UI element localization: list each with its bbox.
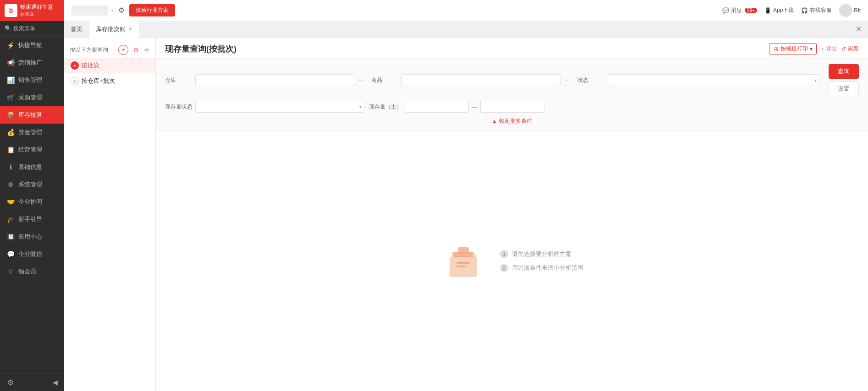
sidebar-item-purchase[interactable]: 🛒 采购管理 bbox=[0, 89, 64, 106]
stock-quantity-max-input[interactable] bbox=[480, 101, 544, 113]
breadcrumb: ▾ bbox=[71, 5, 114, 16]
sidebar-item-quick-nav[interactable]: ⚡ 快捷导航 bbox=[0, 37, 64, 54]
empty-tip-1: 1 请先选择要分析的方案 bbox=[500, 250, 583, 258]
sidebar-item-finance[interactable]: 💰 资金管理 bbox=[0, 124, 64, 141]
sidebar-item-marketing[interactable]: 📢 营销推广 bbox=[0, 54, 64, 71]
goods-input[interactable] bbox=[401, 74, 560, 86]
scheme-label: 按仓库+批次 bbox=[82, 77, 115, 85]
sidebar-item-label: 应用中心 bbox=[18, 233, 42, 241]
sidebar-item-new-guide[interactable]: 🎓 新手引导 bbox=[0, 211, 64, 228]
sidebar-menu: ⚡ 快捷导航 📢 营销推广 📊 销售管理 🛒 采购管理 📦 库存核算 💰 资金管… bbox=[0, 37, 64, 373]
sidebar-item-label: 畅会员 bbox=[18, 267, 36, 276]
page-header-actions: 🖨 按模板打印 ▾ ↑ 导出 ↺ 刷新 bbox=[769, 43, 859, 54]
settings-icon[interactable]: ⚙ bbox=[118, 6, 125, 15]
empty-state: 1 请先选择要分析的方案 2 用过滤条件来缩小分析范围 bbox=[156, 131, 868, 391]
svg-point-6 bbox=[451, 252, 455, 256]
tab-bar-close-btn[interactable]: ✕ bbox=[849, 25, 868, 33]
sidebar-item-app-center[interactable]: 🔲 应用中心 bbox=[0, 228, 64, 245]
tab-close-icon[interactable]: ✕ bbox=[128, 26, 132, 32]
refresh-label: 刷新 bbox=[848, 45, 859, 53]
sidebar-item-inventory[interactable]: 📦 库存核算 bbox=[0, 106, 64, 124]
print-btn[interactable]: 🖨 按模板打印 ▾ bbox=[769, 43, 817, 54]
topbar: ▾ ⚙ 体验行业方案 💬 消息 99+ 📱 App下载 🎧 在线客服 Rit bbox=[64, 0, 868, 21]
collapse-panel-btn[interactable]: ≪ bbox=[144, 47, 150, 53]
online-service-label: 在线客服 bbox=[810, 6, 832, 14]
experience-btn[interactable]: 体验行业方案 bbox=[129, 4, 175, 16]
topbar-actions: 💬 消息 99+ 📱 App下载 🎧 在线客服 Rit bbox=[722, 4, 861, 17]
settings-btn[interactable]: 设置 bbox=[829, 81, 859, 96]
tab-bar: 首页 库存批次账 ✕ ✕ bbox=[64, 21, 868, 38]
phone-icon: 📱 bbox=[764, 7, 771, 14]
stock-quantity-min-input[interactable] bbox=[405, 101, 469, 113]
goods-dots[interactable]: ··· bbox=[563, 76, 573, 84]
warehouse-dots[interactable]: ··· bbox=[357, 76, 367, 84]
page-title: 现存量查询(按批次) bbox=[165, 43, 236, 54]
sidebar-item-label: 销售管理 bbox=[18, 76, 42, 84]
export-icon: ↑ bbox=[821, 46, 824, 52]
tab-home[interactable]: 首页 bbox=[64, 21, 89, 38]
sidebar-item-label: 营销推广 bbox=[18, 59, 42, 67]
collapse-filter-btn[interactable]: ▲ 收起更多条件 bbox=[165, 117, 859, 125]
tab-batch-account[interactable]: 库存批次账 ✕ bbox=[89, 21, 139, 38]
sidebar-item-basic[interactable]: ℹ 基础信息 bbox=[0, 158, 64, 176]
quick-nav-icon: ⚡ bbox=[6, 41, 15, 49]
app-download-btn[interactable]: 📱 App下载 bbox=[764, 6, 794, 14]
svg-rect-4 bbox=[456, 266, 467, 267]
left-panel-header: 按以下方案查询 + ⊙ ≪ bbox=[64, 42, 155, 58]
main-area: ▾ ⚙ 体验行业方案 💬 消息 99+ 📱 App下载 🎧 在线客服 Rit bbox=[64, 0, 868, 391]
member-icon: V bbox=[6, 267, 15, 276]
sidebar-item-operations[interactable]: 📋 经营管理 bbox=[0, 141, 64, 158]
purchase-icon: 🛒 bbox=[6, 93, 15, 102]
sidebar-item-label: 系统管理 bbox=[18, 180, 42, 189]
new-guide-icon: 🎓 bbox=[6, 215, 15, 223]
filter-actions: 查询 设置 bbox=[824, 64, 859, 96]
export-btn[interactable]: ↑ 导出 bbox=[821, 45, 837, 53]
app-logo: b bbox=[5, 4, 17, 17]
settings-footer-icon[interactable]: ⚙ bbox=[6, 378, 15, 386]
left-panel-actions: + ⊙ ≪ bbox=[118, 45, 150, 55]
sidebar-item-sales[interactable]: 📊 销售管理 bbox=[0, 71, 64, 89]
messages-btn[interactable]: 💬 消息 99+ bbox=[722, 6, 757, 14]
sidebar-item-enterprise-collab[interactable]: 🤝 企业协同 bbox=[0, 193, 64, 211]
search-label: 搜索菜单 bbox=[13, 25, 35, 33]
company-name: 畅康通好生意 bbox=[20, 4, 53, 11]
breadcrumb-arrow: ▾ bbox=[111, 7, 114, 14]
search-icon: 🔍 bbox=[5, 25, 11, 32]
warehouse-input[interactable] bbox=[195, 74, 354, 86]
collapse-sidebar-btn[interactable]: ◀ bbox=[53, 379, 58, 386]
goods-filter: 商品 ··· bbox=[371, 74, 573, 86]
sidebar-item-member[interactable]: V 畅会员 bbox=[0, 263, 64, 280]
sidebar-item-system[interactable]: ⚙ 系统管理 bbox=[0, 176, 64, 193]
empty-illustration bbox=[440, 238, 486, 284]
collapse-label: 收起更多条件 bbox=[499, 117, 532, 125]
sidebar-item-enterprise-wechat[interactable]: 💬 企业微信 bbox=[0, 245, 64, 263]
sidebar-item-label: 基础信息 bbox=[18, 163, 42, 171]
filter-row-1: 仓库 ··· 商品 ··· 状态 bbox=[165, 64, 859, 96]
status-label: 状态 bbox=[577, 76, 605, 84]
online-service-btn[interactable]: 🎧 在线客服 bbox=[801, 6, 832, 14]
scheme-by-warehouse-batch[interactable]: ⊙ 按仓库+批次 bbox=[64, 73, 155, 89]
tip-num-2: 2 bbox=[500, 264, 508, 272]
sidebar-item-label: 企业协同 bbox=[18, 198, 42, 206]
status-select-wrap: ▾ bbox=[608, 74, 819, 86]
warehouse-filter: 仓库 ··· bbox=[165, 74, 367, 86]
refresh-icon: ↺ bbox=[841, 46, 846, 52]
user-avatar-btn[interactable]: Rit bbox=[839, 4, 861, 17]
print-dropdown-icon[interactable]: ▾ bbox=[810, 46, 813, 52]
search-menu[interactable]: 🔍 搜索菜单 bbox=[0, 21, 64, 37]
tab-home-label: 首页 bbox=[71, 25, 82, 33]
scheme-settings-btn[interactable]: ⊙ bbox=[131, 45, 141, 55]
stock-status-filter: 现存量状态 ▾ bbox=[165, 101, 364, 113]
stock-status-select[interactable] bbox=[195, 101, 364, 113]
quantity-dash: — bbox=[472, 103, 478, 110]
left-panel: 按以下方案查询 + ⊙ ≪ ✦ 按批次 ⊙ 按仓库+批次 bbox=[64, 38, 156, 391]
headset-icon: 🎧 bbox=[801, 7, 808, 14]
filter-area: 仓库 ··· 商品 ··· 状态 bbox=[156, 59, 868, 131]
query-btn[interactable]: 查询 bbox=[829, 64, 859, 79]
refresh-btn[interactable]: ↺ 刷新 bbox=[841, 45, 859, 53]
status-select[interactable] bbox=[608, 74, 819, 86]
scheme-by-batch[interactable]: ✦ 按批次 bbox=[64, 58, 155, 73]
marketing-icon: 📢 bbox=[6, 59, 15, 67]
print-label: 按模板打印 bbox=[780, 45, 808, 53]
add-scheme-btn[interactable]: + bbox=[118, 45, 128, 55]
